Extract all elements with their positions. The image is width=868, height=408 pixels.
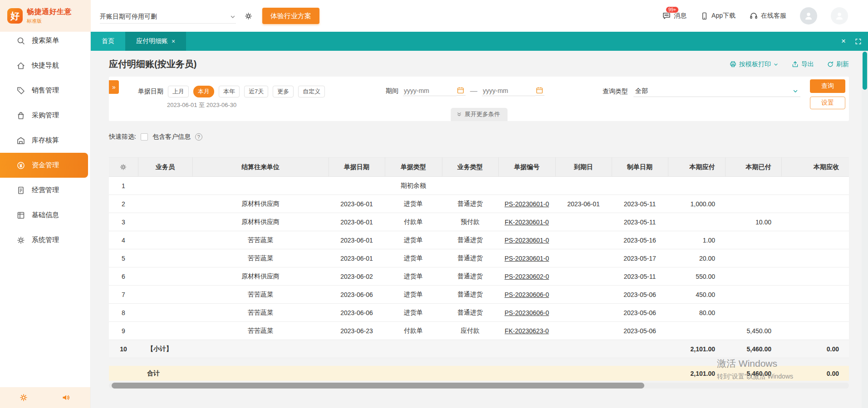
date-pill-custom[interactable]: 自定义	[298, 86, 325, 97]
table-row[interactable]: 3原材料供应商2023-06-01付款单预付款FK-20230601-02023…	[109, 213, 849, 231]
horizontal-scrollbar[interactable]	[109, 383, 849, 389]
table-row[interactable]: 8苦苦蔬菜2023-06-06进货单普通进货PS-20230606-02023-…	[109, 304, 849, 322]
doc-number-link[interactable]: FK-20230601-0	[505, 219, 549, 226]
total-receivable: 0.00	[781, 366, 849, 381]
column-header[interactable]: 本期应收	[781, 158, 849, 177]
doc-number-link[interactable]: FK-20230623-0	[505, 327, 549, 335]
query-type-select[interactable]: 全部	[633, 86, 800, 97]
collapse-filter-handle[interactable]: »	[109, 80, 119, 94]
print-by-template-button[interactable]: 按模板打印	[729, 60, 779, 68]
date-pill-last-month[interactable]: 上月	[168, 86, 189, 97]
doc-number-link[interactable]: PS-20230602-0	[505, 273, 549, 280]
table-row[interactable]: 1期初余额	[109, 177, 849, 195]
sidebar-item-sales[interactable]: 销售管理	[0, 78, 90, 103]
table-row[interactable]: 9苦苦蔬菜2023-06-23付款单应付款FK-20230623-02023-0…	[109, 322, 849, 340]
table-row[interactable]: 5苦苦蔬菜2023-06-01进货单普通进货PS-20230601-02023-…	[109, 249, 849, 267]
close-all-tabs-icon[interactable]: ×	[841, 37, 846, 46]
trial-industry-button[interactable]: 体验行业方案	[262, 8, 319, 24]
expand-more-conditions[interactable]: 展开更多条件	[451, 108, 507, 121]
chevron-down-icon	[773, 62, 779, 67]
refresh-icon	[827, 61, 834, 68]
doc-number-link[interactable]: PS-20230601-0	[505, 255, 549, 262]
column-header[interactable]: 到期日	[555, 158, 612, 177]
column-header[interactable]: 本期已付	[725, 158, 781, 177]
cell	[498, 177, 555, 195]
date-pill-more[interactable]: 更多	[273, 86, 294, 97]
table-row[interactable]: 4苦苦蔬菜2023-06-01进货单普通进货PS-20230601-02023-…	[109, 231, 849, 249]
cell	[138, 213, 192, 231]
cell: 2023-06-01	[555, 195, 612, 213]
column-header[interactable]: 业务员	[138, 158, 192, 177]
cell: 2023-06-06	[329, 286, 385, 304]
column-header[interactable]: 单据类型	[385, 158, 442, 177]
messages-button[interactable]: 99+ 消息	[662, 11, 687, 20]
doc-number-link[interactable]: PS-20230606-0	[505, 291, 549, 298]
date-pill-this-month[interactable]: 本月	[193, 86, 214, 97]
date-pill-this-year[interactable]: 本年	[219, 86, 240, 97]
export-button[interactable]: 导出	[791, 60, 814, 68]
export-label: 导出	[801, 60, 814, 68]
date-pill-last-7-days[interactable]: 近7天	[244, 86, 268, 97]
table-row[interactable]: 6原材料供应商2023-06-02进货单普通进货PS-20230602-0202…	[109, 267, 849, 286]
expand-more-label: 展开更多条件	[465, 110, 500, 118]
cell: 5	[109, 249, 138, 267]
filter-settings-button[interactable]: 设置	[810, 97, 845, 109]
sidebar-item-label: 资金管理	[32, 161, 59, 170]
secondary-avatar[interactable]	[831, 7, 848, 24]
table-row[interactable]: 2原材料供应商2023-06-01进货单普通进货PS-20230601-0202…	[109, 195, 849, 213]
period-end-input[interactable]	[482, 86, 535, 96]
sidebar-item-inventory[interactable]: 库存核算	[0, 128, 90, 153]
announcement-speaker-icon[interactable]	[61, 393, 70, 402]
cell	[725, 304, 781, 322]
cell: 5,460.00	[725, 340, 781, 358]
include-customer-label: 包含客户信息	[152, 133, 191, 141]
vertical-scrollbar-thumb[interactable]	[863, 52, 867, 90]
sidebar-item-purchase[interactable]: 采购管理	[0, 103, 90, 128]
app-download-button[interactable]: App下载	[700, 12, 736, 20]
period-end-calendar[interactable]	[535, 86, 544, 96]
table-row[interactable]: 10【小计】2,101.005,460.000.00	[109, 340, 849, 358]
cell: 苦苦蔬菜	[192, 286, 329, 304]
cell: 原材料供应商	[192, 213, 329, 231]
tab-home[interactable]: 首页	[91, 32, 125, 51]
include-customer-checkbox[interactable]	[141, 133, 148, 141]
sidebar-item-system[interactable]: 系统管理	[0, 228, 90, 253]
column-header[interactable]: 结算往来单位	[192, 158, 329, 177]
vertical-scrollbar[interactable]	[862, 51, 868, 408]
online-support-button[interactable]: 在线客服	[749, 11, 786, 20]
tab-close-icon[interactable]: ×	[172, 38, 175, 45]
period-start-calendar[interactable]	[456, 86, 466, 96]
column-header[interactable]: 本期应付	[668, 158, 725, 177]
user-avatar[interactable]	[800, 7, 817, 24]
column-settings-button[interactable]	[109, 158, 138, 177]
cell: 2023-05-11	[612, 213, 668, 231]
settings-gear-icon[interactable]	[19, 393, 28, 402]
cell: 7	[109, 286, 138, 304]
sidebar-item-search-menu[interactable]: 搜索菜单	[0, 28, 90, 53]
help-icon[interactable]: ?	[195, 133, 202, 141]
table-row[interactable]: 7苦苦蔬菜2023-06-06进货单普通进货PS-20230606-02023-…	[109, 286, 849, 304]
column-header[interactable]: 制单日期	[612, 158, 668, 177]
header-gear-icon[interactable]	[244, 12, 253, 20]
sidebar-item-basic-info[interactable]: 基础信息	[0, 203, 90, 228]
fullscreen-icon[interactable]	[855, 38, 862, 45]
period-start-input[interactable]	[403, 86, 456, 96]
sidebar-item-funds[interactable]: 资金管理	[0, 153, 88, 178]
column-header[interactable]: 业务类型	[442, 158, 498, 177]
cell	[781, 249, 849, 267]
tab-payable-ledger[interactable]: 应付明细账 ×	[125, 32, 186, 51]
doc-number-link[interactable]: PS-20230601-0	[505, 237, 549, 244]
column-header[interactable]: 单据日期	[329, 158, 385, 177]
column-header[interactable]: 单据编号	[498, 158, 555, 177]
sidebar-item-quick-nav[interactable]: 快捷导航	[0, 53, 90, 78]
doc-number-link[interactable]: PS-20230601-0	[505, 200, 549, 208]
doc-number-link[interactable]: PS-20230606-0	[505, 309, 549, 316]
account-set-select[interactable]: 开账日期可停用可删	[100, 10, 236, 24]
cell: 2023-05-17	[612, 249, 668, 267]
sidebar-item-business[interactable]: 经营管理	[0, 178, 90, 203]
cell: 苦苦蔬菜	[192, 304, 329, 322]
search-button[interactable]: 查询	[810, 79, 845, 93]
cell	[138, 177, 192, 195]
horizontal-scrollbar-thumb[interactable]	[112, 383, 644, 389]
refresh-button[interactable]: 刷新	[827, 60, 849, 68]
